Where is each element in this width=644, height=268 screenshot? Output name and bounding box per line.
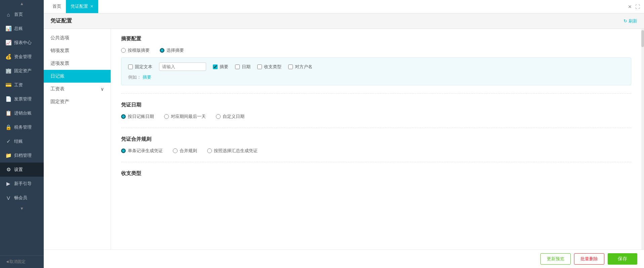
sidebar: ▲ ⌂ 首页 📊 总账 📈 报表中心 💰 资金管理 🏢 固定资产 💳 工资 📄 … — [0, 0, 44, 268]
left-menu-item-public[interactable]: 公共选项 — [44, 32, 111, 44]
right-scrollbar[interactable] — [641, 29, 644, 250]
left-menu-item-salary-table[interactable]: 工资表 ∨ — [44, 83, 111, 95]
left-menu-item-journal[interactable]: 日记账 — [44, 70, 111, 83]
sidebar-item-settings[interactable]: ⚙ 设置 — [0, 163, 44, 177]
sidebar-item-tax[interactable]: 🔒 税务管理 — [0, 120, 44, 134]
refresh-button[interactable]: ↻ 刷新 — [623, 18, 637, 24]
merge-rule-radio[interactable] — [173, 148, 178, 153]
counterpart-checkbox[interactable] — [288, 64, 293, 69]
checkbox-income-type[interactable]: 收支类型 — [257, 64, 281, 70]
tab-home[interactable]: 首页 — [48, 0, 66, 13]
checkbox-counterpart[interactable]: 对方户名 — [288, 64, 312, 70]
body-layout: 公共选项 销项发票 进项发票 日记账 工资表 ∨ 固定资产 — [44, 29, 644, 250]
income-type-checkbox[interactable] — [257, 64, 262, 69]
sidebar-unpin-button[interactable]: ◄取消固定 — [0, 255, 44, 268]
tax-icon: 🔒 — [5, 124, 11, 130]
sidebar-item-salary[interactable]: 💳 工资 — [0, 78, 44, 92]
sidebar-item-label: 税务管理 — [14, 124, 32, 130]
sidebar-item-guide[interactable]: ▶ 新手引导 — [0, 177, 44, 191]
by-journal-date-radio[interactable] — [121, 114, 126, 119]
fixed-text-input[interactable] — [159, 62, 206, 71]
select-abstract-radio[interactable] — [160, 48, 164, 53]
sidebar-item-label: 资金管理 — [14, 54, 32, 60]
sidebar-item-label: 固定资产 — [14, 68, 32, 74]
tab-close-icon[interactable]: ✕ — [90, 4, 93, 9]
example-value-text: 摘要 — [143, 75, 151, 80]
left-menu-item-purchase-invoice[interactable]: 进项发票 — [44, 57, 111, 70]
guide-icon: ▶ — [5, 181, 11, 187]
abstract-checkbox[interactable] — [213, 64, 218, 69]
update-preview-button[interactable]: 更新预览 — [540, 253, 571, 265]
window-expand-icon[interactable]: ⛶ — [635, 4, 640, 9]
funds-icon: 💰 — [5, 54, 11, 60]
last-day-period-radio[interactable] — [164, 114, 169, 119]
sidebar-item-home[interactable]: ⌂ 首页 — [0, 7, 44, 21]
sidebar-item-settle[interactable]: ✓ 结账 — [0, 134, 44, 148]
merge-rule-section-title: 凭证合并规则 — [121, 136, 631, 142]
settings-icon: ⚙ — [5, 167, 11, 173]
single-record-label: 单条记录生成凭证 — [128, 148, 163, 154]
radio-last-day-period[interactable]: 对应期间最后一天 — [164, 114, 206, 120]
left-menu-item-fixed-assets[interactable]: 固定资产 — [44, 95, 111, 108]
abstract-label: 摘要 — [220, 64, 228, 70]
custom-date-radio[interactable] — [216, 114, 221, 119]
sidebar-item-reports[interactable]: 📈 报表中心 — [0, 36, 44, 50]
refresh-icon: ↻ — [623, 18, 627, 24]
abstract-config-section: 摘要配置 按模版摘要 选择摘要 — [121, 36, 631, 94]
sidebar-item-label: 归档管理 — [14, 152, 32, 159]
merge-rule-section: 凭证合并规则 单条记录生成凭证 合并规则 — [121, 136, 631, 162]
single-record-radio[interactable] — [121, 148, 126, 153]
tab-voucher-config-label: 凭证配置 — [71, 3, 88, 9]
abstract-checkboxes-row: 固定文本 摘要 日期 — [128, 62, 624, 71]
select-abstract-label: 选择摘要 — [166, 47, 184, 53]
sidebar-item-funds[interactable]: 💰 资金管理 — [0, 50, 44, 64]
voucher-date-section: 凭证日期 按日记账日期 对应期间最后一天 — [121, 102, 631, 128]
sidebar-item-sales-ledger[interactable]: 📋 进销台账 — [0, 106, 44, 120]
left-menu-item-sales-invoice[interactable]: 销项发票 — [44, 44, 111, 57]
abstract-section-title: 摘要配置 — [121, 36, 631, 42]
merge-rule-label: 合并规则 — [180, 148, 197, 154]
fixed-text-checkbox[interactable] — [128, 64, 133, 69]
sidebar-scroll-down[interactable]: ▼ — [0, 205, 44, 212]
save-button[interactable]: 保存 — [608, 253, 637, 265]
radio-select-abstract[interactable]: 选择摘要 — [160, 47, 184, 53]
income-type-section: 收支类型 — [121, 170, 631, 202]
radio-single-record[interactable]: 单条记录生成凭证 — [121, 148, 163, 154]
date-checkbox[interactable] — [235, 64, 240, 69]
sales-ledger-icon: 📋 — [5, 110, 11, 116]
tab-voucher-config[interactable]: 凭证配置 ✕ — [66, 0, 98, 13]
main-area: 首页 凭证配置 ✕ ✕ ⛶ 凭证配置 ↻ 刷新 公共选项 — [44, 0, 644, 268]
summary-voucher-radio[interactable] — [207, 148, 212, 153]
template-abstract-radio[interactable] — [121, 48, 126, 53]
tab-bar: 首页 凭证配置 ✕ ✕ ⛶ — [44, 0, 644, 13]
template-abstract-label: 按模版摘要 — [128, 47, 150, 53]
left-menu-item-label: 进项发票 — [50, 60, 69, 66]
sidebar-item-archive[interactable]: 📁 归档管理 — [0, 148, 44, 163]
left-menu-item-label: 公共选项 — [50, 35, 69, 41]
member-icon: V — [5, 195, 11, 201]
window-close-icon[interactable]: ✕ — [628, 4, 632, 9]
batch-delete-button[interactable]: 批量删除 — [574, 253, 604, 265]
radio-summary-voucher[interactable]: 按照选择汇总生成凭证 — [207, 148, 258, 154]
sidebar-item-ledger[interactable]: 📊 总账 — [0, 21, 44, 36]
radio-custom-date[interactable]: 自定义日期 — [216, 114, 244, 120]
sidebar-item-invoice-mgmt[interactable]: 📄 发票管理 — [0, 92, 44, 106]
radio-merge-rule[interactable]: 合并规则 — [173, 148, 197, 154]
sidebar-item-member[interactable]: V 畅会员 — [0, 191, 44, 205]
footer-bar: 更新预览 批量删除 保存 — [44, 250, 644, 268]
merge-rule-radio-group: 单条记录生成凭证 合并规则 按照选择汇总生成凭证 — [121, 148, 631, 154]
sidebar-item-label: 进销台账 — [14, 110, 32, 116]
checkbox-abstract[interactable]: 摘要 — [213, 64, 228, 70]
radio-by-journal-date[interactable]: 按日记账日期 — [121, 114, 154, 120]
example-prefix-label: 例如： — [128, 75, 141, 80]
income-type-section-title: 收支类型 — [121, 170, 631, 177]
radio-template-abstract[interactable]: 按模版摘要 — [121, 47, 150, 53]
sidebar-scroll-up[interactable]: ▲ — [0, 0, 44, 7]
by-journal-date-label: 按日记账日期 — [128, 114, 154, 120]
sidebar-item-assets[interactable]: 🏢 固定资产 — [0, 64, 44, 78]
settle-icon: ✓ — [5, 138, 11, 144]
checkbox-fixed-text[interactable]: 固定文本 — [128, 64, 152, 70]
left-menu-item-label: 日记账 — [50, 73, 65, 79]
checkbox-date[interactable]: 日期 — [235, 64, 251, 70]
sidebar-item-label: 工资 — [14, 82, 23, 88]
